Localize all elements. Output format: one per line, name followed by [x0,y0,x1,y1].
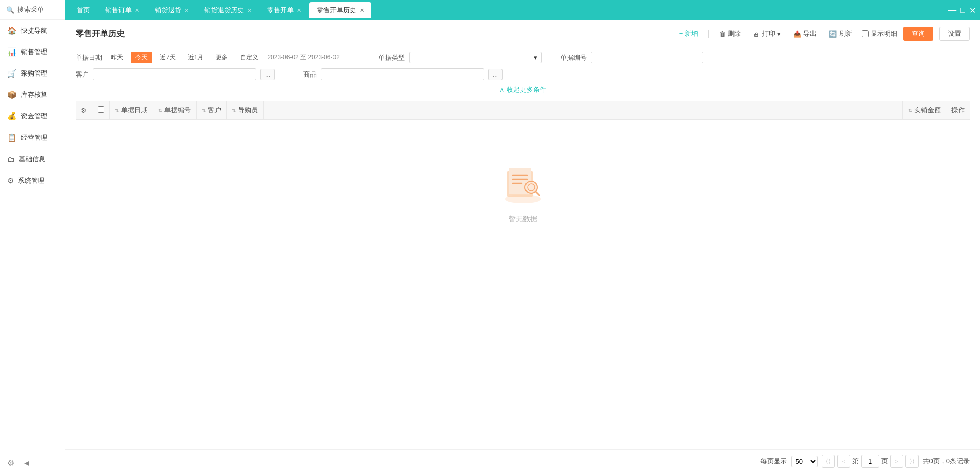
customer-browse-btn[interactable]: ... [260,69,275,80]
product-input[interactable] [321,68,484,80]
sidebar-item-base-info[interactable]: 🗂 基础信息 [0,148,65,170]
sidebar-search[interactable]: 🔍 搜索采单 [0,0,65,20]
tab-home[interactable]: 首页 [69,2,97,18]
col-settings[interactable]: ⚙ [76,101,92,120]
page-nav: ⟨⟨ ＜ 第 页 ＞ ⟩⟩ [822,455,919,468]
print-button[interactable]: 🖨 打印 ▾ [750,27,784,40]
col-actions: 操作 [946,101,970,120]
show-detail-label: 显示明细 [871,29,897,38]
doc-type-label: 单据类型 [378,53,405,62]
total-info: 共0页，0条记录 [923,457,970,466]
sidebar-item-finance[interactable]: 💰 资金管理 [0,106,65,127]
sidebar-item-label: 资金管理 [21,112,47,121]
sidebar-item-label: 采购管理 [21,69,47,78]
empty-text: 暂无数据 [509,215,537,224]
content-area: 零售开单历史 + 新增 🗑 删除 🖨 打印 ▾ 📤 导出 [65,20,980,473]
last-page-btn[interactable]: ⟩⟩ [905,455,919,468]
page-input[interactable] [861,455,879,468]
col-settings-icon[interactable]: ⚙ [81,107,87,114]
col-doc-date: ⇅ 单据日期 [110,101,153,120]
sidebar-item-label: 快捷导航 [21,26,47,35]
refresh-button[interactable]: 🔄 刷新 [826,27,855,40]
show-detail-checkbox[interactable]: 显示明细 [862,29,897,38]
filter-row-1: 单据日期 昨天 今天 近7天 近1月 更多 自定义 2023-06-02 至 2… [76,52,970,63]
tab-sales-return[interactable]: 销货退货 ✕ [148,2,196,18]
query-button[interactable]: 查询 [903,27,933,41]
add-button[interactable]: + 新增 [676,27,701,40]
footer-settings-icon[interactable]: ⚙ [7,458,14,468]
cart-icon: 🛒 [7,69,17,78]
query-label: 查询 [912,30,925,37]
prev-page-btn[interactable]: ＜ [837,455,850,468]
show-detail-input[interactable] [862,30,869,37]
tab-sales-order[interactable]: 销售订单 ✕ [98,2,147,18]
chevron-down-icon: ▾ [534,54,537,61]
col-doc-no-label: 单据编号 [164,106,191,115]
sort-icon[interactable]: ⇅ [202,108,206,113]
settings-label: 设置 [948,30,961,37]
per-page-select[interactable]: 50 10 20 100 [791,456,818,467]
collapse-bar[interactable]: ∧ 收起更多条件 [76,85,970,94]
sort-icon[interactable]: ⇅ [232,108,236,113]
sidebar-item-quick-nav[interactable]: 🏠 快捷导航 [0,20,65,41]
close-icon[interactable]: ✕ [360,7,364,14]
maximize-icon[interactable]: □ [960,6,965,15]
col-doc-no-inner: ⇅ 单据编号 [158,106,191,115]
product-browse-btn[interactable]: ... [488,69,503,80]
sidebar: 🔍 搜索采单 🏠 快捷导航 📊 销售管理 🛒 采购管理 📦 库存核算 💰 资金管… [0,0,65,473]
date-btn-1month[interactable]: 近1月 [183,52,208,63]
sidebar-item-sales-mgmt[interactable]: 📊 销售管理 [0,41,65,63]
footer-collapse-icon[interactable]: ◄ [22,459,31,468]
sidebar-item-label: 基础信息 [19,155,45,164]
delete-label: 删除 [728,29,741,38]
print-icon: 🖨 [753,30,760,38]
close-icon[interactable]: ✕ [184,7,189,14]
doc-no-input[interactable] [591,52,703,63]
collapse-label: 收起更多条件 [507,85,546,94]
date-btn-custom[interactable]: 自定义 [235,52,263,63]
close-icon[interactable]: ✕ [297,7,301,14]
settings-button[interactable]: 设置 [939,27,970,41]
export-button[interactable]: 📤 导出 [790,27,820,40]
close-icon[interactable]: ✕ [135,7,139,14]
refresh-label: 刷新 [839,29,852,38]
page-title: 零售开单历史 [76,29,125,39]
window-controls: — □ ✕ [948,6,976,15]
minimize-icon[interactable]: — [948,6,956,15]
refresh-icon: 🔄 [829,30,837,38]
col-customer-inner: ⇅ 客户 [202,106,221,115]
sort-icon[interactable]: ⇅ [115,108,119,113]
date-btn-today[interactable]: 今天 [131,52,152,63]
tab-sales-return-history[interactable]: 销货退货历史 ✕ [197,2,259,18]
sidebar-item-operations[interactable]: 📋 经营管理 [0,127,65,148]
doc-type-select[interactable]: ▾ [409,52,542,63]
sort-icon[interactable]: ⇅ [158,108,162,113]
tab-retail-open-history-label: 零售开单历史 [317,6,356,15]
clipboard-icon: 📋 [7,133,17,142]
tab-retail-open-history[interactable]: 零售开单历史 ✕ [309,2,371,18]
sidebar-item-label: 库存核算 [21,90,47,99]
empty-icon [497,161,548,207]
first-page-btn[interactable]: ⟨⟨ [822,455,835,468]
customer-input[interactable] [93,68,256,80]
sidebar-item-inventory[interactable]: 📦 库存核算 [0,84,65,106]
close-icon[interactable]: ✕ [247,7,252,14]
home-icon: 🏠 [7,26,17,35]
select-all-checkbox[interactable] [98,106,104,113]
search-icon: 🔍 [6,6,14,14]
product-label: 商品 [303,70,317,79]
date-btn-7days[interactable]: 近7天 [155,52,180,63]
date-btn-more[interactable]: 更多 [211,52,232,63]
col-checkbox[interactable] [92,101,110,120]
next-page-btn[interactable]: ＞ [890,455,903,468]
date-btn-yesterday[interactable]: 昨天 [106,52,128,63]
page-label-before: 第 [852,457,859,466]
delete-button[interactable]: 🗑 删除 [716,27,744,40]
sidebar-item-purchase-mgmt[interactable]: 🛒 采购管理 [0,63,65,84]
tab-retail-open[interactable]: 零售开单 ✕ [260,2,308,18]
sidebar-item-label: 系统管理 [18,176,44,185]
filter-row-2: 客户 ... 商品 ... [76,68,970,80]
sidebar-item-sys-mgmt[interactable]: ⚙ 系统管理 [0,170,65,191]
sort-icon[interactable]: ⇅ [908,108,912,113]
window-close-icon[interactable]: ✕ [969,6,976,15]
